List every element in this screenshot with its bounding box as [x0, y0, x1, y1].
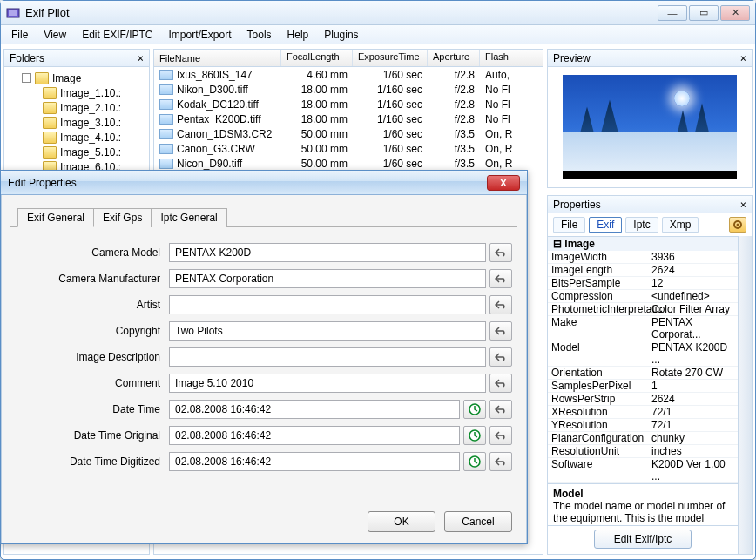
dialog-title: Edit Properties — [8, 177, 487, 189]
property-row[interactable]: Compression<undefined> — [548, 290, 738, 303]
dlg-tab-iptc-general[interactable]: Iptc General — [151, 208, 226, 227]
property-row[interactable]: XResolution72/1 — [548, 406, 738, 419]
ok-button[interactable]: OK — [368, 511, 435, 532]
revert-button[interactable] — [489, 321, 512, 341]
menu-edit[interactable]: Edit EXIF/IPTC — [75, 27, 159, 43]
cell-flash: No Fl — [480, 113, 523, 125]
maximize-button[interactable]: ▭ — [689, 5, 719, 21]
dialog-titlebar[interactable]: Edit Properties X — [1, 171, 527, 195]
edit-exif-button[interactable]: Edit Exif/Iptc — [594, 530, 692, 549]
datetime-picker-button[interactable] — [463, 400, 486, 419]
menu-help[interactable]: Help — [280, 27, 316, 43]
field-input-2[interactable] — [169, 295, 486, 314]
revert-button[interactable] — [489, 269, 512, 288]
property-row[interactable]: RowsPerStrip2624 — [548, 393, 738, 406]
menubar: File View Edit EXIF/IPTC Import/Export T… — [1, 25, 755, 44]
tree-item[interactable]: Image_1.10.: — [6, 85, 147, 100]
collapse-icon[interactable]: − — [22, 73, 31, 83]
field-input-4[interactable] — [169, 347, 486, 367]
field-label: Comment — [16, 377, 169, 389]
dlg-tab-exif-gps[interactable]: Exif Gps — [93, 208, 152, 227]
cell-exposuretime: 1/160 sec — [353, 84, 428, 96]
property-row[interactable]: YResolution72/1 — [548, 419, 738, 432]
filelist-header[interactable]: FileName FocalLength ExposureTime Apertu… — [154, 50, 543, 67]
tree-item[interactable]: Image_2.10.: — [6, 100, 147, 115]
close-button[interactable]: ✕ — [720, 5, 750, 21]
table-row[interactable]: Ixus_860IS_1474.60 mm1/60 secf/2.8Auto, — [154, 67, 543, 82]
revert-button[interactable] — [489, 400, 512, 419]
menu-tools[interactable]: Tools — [240, 27, 279, 43]
cell-exposuretime: 1/60 sec — [353, 69, 428, 81]
table-row[interactable]: Pentax_K200D.tiff18.00 mm1/160 secf/2.8N… — [154, 111, 543, 126]
field-input-6[interactable] — [169, 400, 460, 419]
propgroup-image[interactable]: ⊟ Image — [548, 237, 738, 251]
col-focallength[interactable]: FocalLength — [281, 50, 353, 66]
dialog-close-button[interactable]: X — [487, 175, 520, 191]
tree-item[interactable]: Image_5.10.: — [6, 145, 147, 159]
tab-xmp[interactable]: Xmp — [662, 217, 699, 233]
folders-close-icon[interactable]: × — [138, 52, 144, 64]
col-exposuretime[interactable]: ExposureTime — [353, 50, 428, 66]
properties-close-icon[interactable]: × — [740, 199, 746, 211]
menu-view[interactable]: View — [37, 27, 73, 43]
tree-item[interactable]: Image_3.10.: — [6, 115, 147, 130]
tree-root[interactable]: − Image — [6, 71, 147, 85]
col-filename[interactable]: FileName — [154, 50, 281, 66]
property-row[interactable]: ResolutionUnitinches — [548, 445, 738, 458]
field-input-1[interactable] — [169, 269, 486, 288]
field-input-0[interactable] — [169, 243, 486, 262]
property-row[interactable]: OrientationRotate 270 CW — [548, 367, 738, 380]
tab-iptc[interactable]: Iptc — [625, 217, 658, 233]
tab-exif[interactable]: Exif — [589, 217, 622, 233]
table-row[interactable]: Canon_1DSM3.CR250.00 mm1/60 secf/3.5On, … — [154, 126, 543, 141]
cancel-button[interactable]: Cancel — [444, 511, 512, 532]
revert-button[interactable] — [489, 426, 512, 445]
property-row[interactable]: ImageLength2624 — [548, 264, 738, 277]
menu-import[interactable]: Import/Export — [162, 27, 239, 43]
table-row[interactable]: Canon_G3.CRW50.00 mm1/60 secf/3.5On, R — [154, 141, 543, 156]
field-input-3[interactable] — [169, 321, 486, 341]
cell-filename: Pentax_K200D.tiff — [177, 113, 261, 125]
property-row[interactable]: PhotometricInterpretaticColor Filter Arr… — [548, 303, 738, 316]
dlg-tab-exif-general[interactable]: Exif General — [17, 208, 94, 227]
revert-button[interactable] — [489, 243, 512, 262]
field-input-7[interactable] — [169, 426, 460, 445]
revert-button[interactable] — [489, 347, 512, 367]
property-key: Software — [548, 458, 648, 482]
cell-filename: Kodak_DC120.tiff — [177, 98, 259, 111]
table-row[interactable]: Nicon_D90.tiff50.00 mm1/60 secf/3.5On, R — [154, 156, 543, 171]
property-row[interactable]: SamplesPerPixel1 — [548, 380, 738, 393]
revert-button[interactable] — [489, 452, 512, 471]
col-flash[interactable]: Flash — [480, 50, 523, 66]
property-row[interactable]: ImageWidth3936 — [548, 251, 738, 264]
property-row[interactable]: PlanarConfigurationchunky — [548, 432, 738, 445]
cell-filename: Nikon_D300.tiff — [177, 84, 248, 96]
field-input-8[interactable] — [169, 452, 460, 471]
datetime-picker-button[interactable] — [463, 452, 486, 471]
preview-close-icon[interactable]: × — [740, 52, 746, 64]
menu-file[interactable]: File — [4, 27, 35, 43]
datetime-picker-button[interactable] — [463, 426, 486, 445]
folder-tree[interactable]: − Image Image_1.10.:Image_2.10.:Image_3.… — [4, 67, 149, 178]
property-row[interactable]: BitsPerSample12 — [548, 277, 738, 290]
undo-icon — [495, 327, 507, 335]
property-row[interactable]: SoftwareK200D Ver 1.00 ... — [548, 458, 738, 483]
properties-scrollbar[interactable] — [738, 236, 752, 554]
menu-plugins[interactable]: Plugins — [317, 27, 365, 43]
revert-button[interactable] — [489, 295, 512, 314]
col-aperture[interactable]: Aperture — [428, 50, 480, 66]
tab-file[interactable]: File — [553, 217, 585, 233]
field-input-5[interactable] — [169, 374, 486, 393]
table-row[interactable]: Kodak_DC120.tiff18.00 mm1/160 secf/2.8No… — [154, 97, 543, 111]
main-titlebar[interactable]: Exif Pilot — ▭ ✕ — [1, 1, 755, 25]
property-row[interactable]: MakePENTAX Corporat... — [548, 316, 738, 341]
property-row[interactable]: ModelPENTAX K200D ... — [548, 341, 738, 367]
field-label: Date Time — [16, 403, 169, 415]
minimize-button[interactable]: — — [658, 5, 687, 21]
property-value: 12 — [648, 277, 738, 289]
properties-options-button[interactable] — [729, 217, 746, 233]
property-description: Model The model name or model number of … — [548, 483, 738, 525]
table-row[interactable]: Nikon_D300.tiff18.00 mm1/160 secf/2.8No … — [154, 82, 543, 97]
revert-button[interactable] — [489, 374, 512, 393]
tree-item[interactable]: Image_4.10.: — [6, 130, 147, 145]
